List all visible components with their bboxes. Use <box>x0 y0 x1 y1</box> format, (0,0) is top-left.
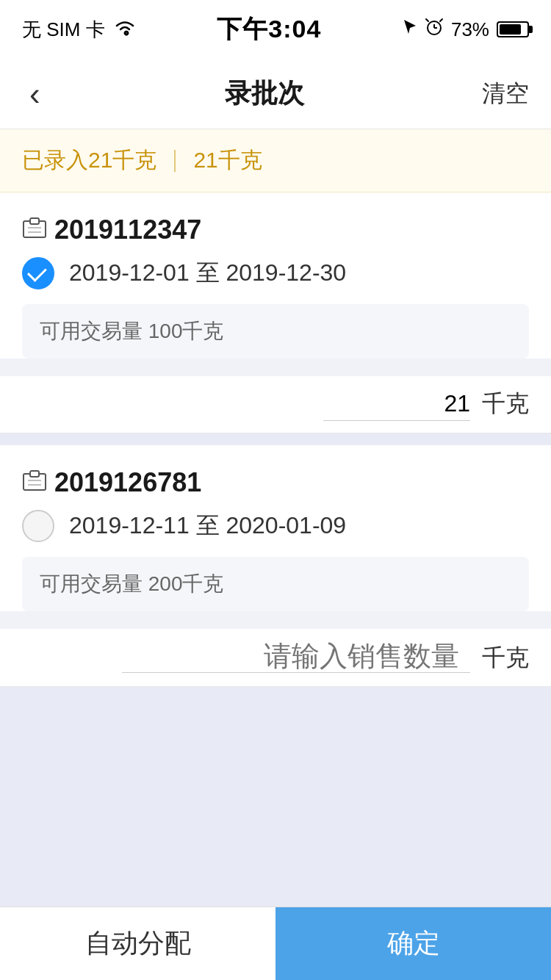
auto-distribute-button[interactable]: 自动分配 <box>0 907 276 980</box>
batch-1-quantity-row: 21 千克 <box>0 376 551 433</box>
recorded-amount: 已录入21千克 <box>22 145 156 176</box>
batch-1-icon <box>22 216 47 245</box>
wifi-icon <box>114 18 136 41</box>
batch-1-header: 2019112347 <box>22 215 529 245</box>
batch-1-radio[interactable] <box>22 257 54 289</box>
batch-2-available: 可用交易量 200千克 <box>22 557 529 611</box>
batch-item-1: 2019112347 2019-12-01 至 2019-12-30 可用交易量… <box>0 192 551 359</box>
time-display: 下午3:04 <box>217 12 321 46</box>
batch-1-date-row: 2019-12-01 至 2019-12-30 <box>22 257 529 289</box>
batch-1-date: 2019-12-01 至 2019-12-30 <box>69 257 346 289</box>
batch-1-id: 2019112347 <box>54 215 201 245</box>
battery-icon <box>497 21 529 37</box>
batch-item-2: 2019126781 2019-12-11 至 2020-01-09 可用交易量… <box>0 445 551 611</box>
batch-1-qty-number: 21 <box>444 390 470 417</box>
alarm-icon <box>425 18 444 42</box>
info-divider <box>174 150 176 172</box>
svg-rect-8 <box>30 471 39 477</box>
clear-button[interactable]: 清空 <box>482 78 529 110</box>
section-separator <box>0 433 551 445</box>
batch-2-radio[interactable] <box>22 510 54 542</box>
batch-1-unit: 千克 <box>482 388 529 420</box>
batch-2-input-row: 千克 <box>0 629 551 687</box>
batch-2-date: 2019-12-11 至 2020-01-09 <box>69 510 346 542</box>
info-bar: 已录入21千克 21千克 <box>0 129 551 192</box>
total-amount: 21千克 <box>193 145 262 176</box>
batch-2-header: 2019126781 <box>22 467 529 498</box>
batch-2-id: 2019126781 <box>54 467 201 498</box>
batch-1-available: 可用交易量 100千克 <box>22 304 529 359</box>
carrier-label: 无 SIM 卡 <box>22 17 105 43</box>
location-icon <box>403 18 417 41</box>
bottom-bar: 自动分配 确定 <box>0 907 551 980</box>
back-button[interactable]: ‹ <box>22 68 48 120</box>
confirm-button[interactable]: 确定 <box>276 907 551 980</box>
status-left: 无 SIM 卡 <box>22 17 136 43</box>
svg-rect-4 <box>30 218 39 224</box>
batch-2-icon <box>22 469 47 497</box>
status-right: 73% <box>403 18 529 42</box>
batch-1-quantity-value[interactable]: 21 <box>323 390 470 421</box>
batch-2-date-row: 2019-12-11 至 2020-01-09 <box>22 510 529 542</box>
batch-2-unit: 千克 <box>482 642 529 674</box>
batch-2-quantity-input[interactable] <box>122 641 470 673</box>
battery-percent: 73% <box>451 18 489 41</box>
nav-bar: ‹ 录批次 清空 <box>0 59 551 129</box>
status-bar: 无 SIM 卡 下午3:04 73% <box>0 0 551 59</box>
page-title: 录批次 <box>225 76 304 112</box>
